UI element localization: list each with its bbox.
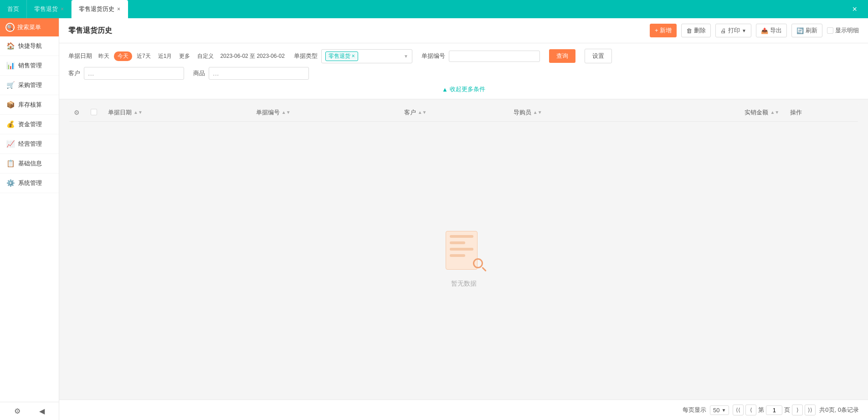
type-select[interactable]: 零售退货 × ▼ bbox=[321, 49, 412, 63]
fund-icon: 💰 bbox=[6, 120, 15, 128]
col-amount-sort-icon: ▲▼ bbox=[770, 110, 779, 115]
doc-line-3 bbox=[450, 248, 473, 251]
next-page-button[interactable]: ⟩ bbox=[792, 405, 803, 415]
goods-placeholder: ... bbox=[213, 69, 219, 77]
tab-retail-return[interactable]: 零售退货 × bbox=[27, 0, 72, 18]
page-number-input[interactable] bbox=[766, 405, 782, 415]
col-amount-label: 实销金额 bbox=[745, 108, 768, 117]
col-guide: 导购员 ▲▼ bbox=[508, 104, 637, 122]
add-button[interactable]: + 新增 bbox=[650, 24, 677, 37]
window-close-button[interactable]: × bbox=[848, 3, 861, 16]
shortcut-custom[interactable]: 自定义 bbox=[195, 51, 216, 61]
shortcut-today[interactable]: 今天 bbox=[114, 51, 132, 61]
col-guide-sort[interactable]: 导购员 ▲▼ bbox=[514, 108, 632, 117]
select-all-checkbox[interactable] bbox=[91, 109, 97, 115]
customer-select[interactable]: ... bbox=[84, 67, 184, 80]
col-order-no-sort[interactable]: 单据编号 ▲▼ bbox=[256, 108, 393, 117]
doc-line-2 bbox=[450, 241, 465, 244]
show-detail-checkbox[interactable]: 显示明细 bbox=[827, 26, 859, 35]
mag-handle bbox=[482, 267, 487, 272]
sidebar-item-system-mgmt[interactable]: ⚙️ 系统管理 bbox=[0, 174, 59, 193]
table-header-row: ⚙ 单据日期 ▲▼ 单据编号 bbox=[68, 104, 859, 122]
search-menu-button[interactable]: 🔍 搜索菜单 bbox=[0, 18, 59, 36]
tab-retail-return-history-close[interactable]: × bbox=[117, 6, 120, 12]
add-button-label: + 新增 bbox=[655, 26, 672, 35]
collapse-up-icon: ▲ bbox=[442, 86, 448, 93]
sidebar-item-quick-nav[interactable]: 🏠 快捷导航 bbox=[0, 36, 59, 56]
print-icon: 🖨 bbox=[720, 27, 726, 34]
export-icon: 📤 bbox=[761, 27, 768, 34]
customer-placeholder: ... bbox=[88, 69, 94, 77]
col-customer-sort[interactable]: 客户 ▲▼ bbox=[404, 108, 503, 117]
type-tag-close[interactable]: × bbox=[352, 53, 355, 59]
type-select-arrow: ▼ bbox=[404, 54, 408, 59]
page-title: 零售退货历史 bbox=[68, 26, 112, 36]
sidebar-item-sales-mgmt[interactable]: 📊 销售管理 bbox=[0, 56, 59, 76]
ops-icon: 📈 bbox=[6, 140, 15, 148]
print-button[interactable]: 🖨 打印 ▼ bbox=[715, 24, 751, 37]
date-filter-group: 单据日期 昨天 今天 近7天 近1月 更多 自定义 2023-06-02 至 2… bbox=[68, 51, 285, 61]
sidebar-item-ops-mgmt[interactable]: 📈 经营管理 bbox=[0, 134, 59, 154]
col-date: 单据日期 ▲▼ bbox=[103, 104, 251, 122]
tab-retail-return-close[interactable]: × bbox=[61, 6, 64, 12]
shortcut-7days[interactable]: 近7天 bbox=[134, 51, 154, 61]
show-detail-label: 显示明细 bbox=[835, 26, 859, 35]
date-shortcuts: 昨天 今天 近7天 近1月 更多 自定义 bbox=[96, 51, 216, 61]
settings-button[interactable]: 设置 bbox=[585, 49, 612, 63]
empty-illustration bbox=[441, 229, 487, 274]
system-icon: ⚙️ bbox=[6, 179, 15, 187]
col-date-sort[interactable]: 单据日期 ▲▼ bbox=[108, 108, 245, 117]
delete-icon: 🗑 bbox=[686, 27, 692, 34]
inventory-icon: 📦 bbox=[6, 101, 15, 109]
total-info: 共0页, 0条记录 bbox=[819, 406, 859, 414]
collapse-button[interactable]: ▲ 收起更多条件 bbox=[442, 85, 485, 93]
delete-button-label: 删除 bbox=[694, 26, 706, 35]
mag-circle bbox=[473, 258, 483, 268]
sidebar: 🔍 搜索菜单 🏠 快捷导航 📊 销售管理 🛒 采购管理 📦 库存核算 💰 bbox=[0, 18, 59, 420]
sidebar-item-purchase-mgmt[interactable]: 🛒 采购管理 bbox=[0, 76, 59, 95]
shortcut-yesterday[interactable]: 昨天 bbox=[96, 51, 112, 61]
col-customer-label: 客户 bbox=[404, 108, 416, 117]
sidebar-label-basic-info: 基础信息 bbox=[18, 159, 42, 168]
order-no-input[interactable] bbox=[449, 51, 540, 62]
tab-list: 首页 零售退货 × 零售退货历史 × bbox=[0, 0, 848, 18]
collapse-sidebar-icon[interactable]: ◀ bbox=[39, 407, 45, 415]
filter-area: 单据日期 昨天 今天 近7天 近1月 更多 自定义 2023-06-02 至 2… bbox=[59, 43, 868, 99]
sidebar-item-inventory-calc[interactable]: 📦 库存核算 bbox=[0, 95, 59, 115]
col-amount-sort[interactable]: 实销金额 ▲▼ bbox=[642, 108, 779, 117]
sidebar-item-basic-info[interactable]: 📋 基础信息 bbox=[0, 154, 59, 174]
purchase-icon: 🛒 bbox=[6, 81, 15, 89]
goods-filter-label: 商品 bbox=[193, 69, 205, 77]
goods-filter-group: 商品 ... bbox=[193, 67, 309, 80]
settings-button-label: 设置 bbox=[592, 52, 604, 59]
page-size-dropdown[interactable]: 50 ▼ bbox=[710, 405, 729, 415]
nav-items: 🏠 快捷导航 📊 销售管理 🛒 采购管理 📦 库存核算 💰 资金管理 📈 bbox=[0, 36, 59, 402]
refresh-button[interactable]: 🔄 刷新 bbox=[791, 24, 822, 37]
page-nav: ⟨⟨ ⟨ 第 页 ⟩ ⟩⟩ bbox=[733, 405, 816, 415]
type-tag-label: 零售退货 bbox=[329, 52, 350, 60]
col-date-sort-icon: ▲▼ bbox=[134, 110, 143, 115]
tab-retail-return-history-label: 零售退货历史 bbox=[79, 5, 114, 13]
top-bar: 首页 零售退货 × 零售退货历史 × × bbox=[0, 0, 868, 18]
shortcut-more[interactable]: 更多 bbox=[176, 51, 193, 61]
last-page-button[interactable]: ⟩⟩ bbox=[805, 405, 816, 415]
filter-row-2: 客户 ... 商品 ... bbox=[68, 67, 859, 80]
tab-home[interactable]: 首页 bbox=[0, 0, 27, 18]
col-actions-label: 操作 bbox=[790, 109, 802, 116]
sidebar-item-fund-mgmt[interactable]: 💰 资金管理 bbox=[0, 115, 59, 134]
shortcut-1month[interactable]: 近1月 bbox=[155, 51, 175, 61]
page-size-label: 每页显示 bbox=[683, 406, 706, 414]
col-actions: 操作 bbox=[785, 104, 859, 122]
sidebar-label-sales-mgmt: 销售管理 bbox=[18, 61, 42, 70]
tab-retail-return-history[interactable]: 零售退货历史 × bbox=[72, 0, 128, 18]
col-order-no-label: 单据编号 bbox=[256, 108, 280, 117]
export-button[interactable]: 📤 导出 bbox=[756, 24, 787, 37]
prev-page-button[interactable]: ⟨ bbox=[745, 405, 756, 415]
delete-button[interactable]: 🗑 删除 bbox=[681, 24, 711, 37]
settings-bottom-icon[interactable]: ⚙ bbox=[14, 407, 21, 415]
table-settings-icon[interactable]: ⚙ bbox=[74, 109, 80, 116]
goods-select[interactable]: ... bbox=[209, 67, 309, 80]
first-page-button[interactable]: ⟨⟨ bbox=[733, 405, 744, 415]
query-button[interactable]: 查询 bbox=[549, 49, 575, 63]
sidebar-label-quick-nav: 快捷导航 bbox=[18, 42, 42, 50]
